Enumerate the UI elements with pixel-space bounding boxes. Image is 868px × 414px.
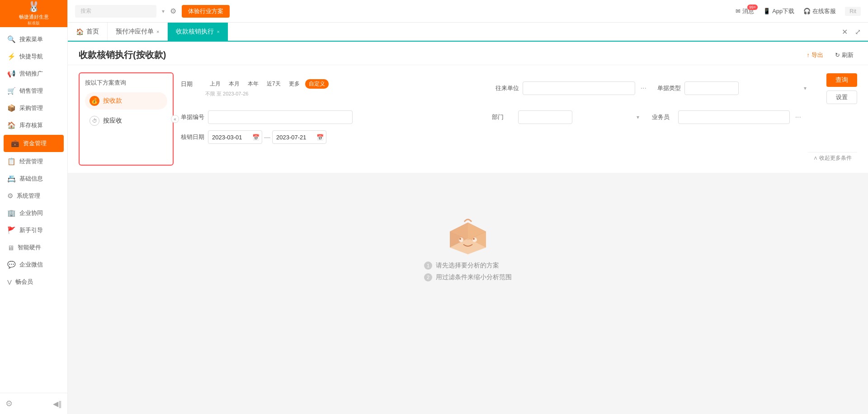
- topbar-gear-icon[interactable]: ⚙: [170, 7, 176, 15]
- sidebar-label-vip: 畅会员: [15, 278, 33, 286]
- sidebar-menu: 🔍 搜索菜单 ⚡ 快捷导航 📢 营销推广 🛒 销售管理 📦 采购管理 🏠 库存核…: [0, 27, 67, 393]
- collapse-sidebar-btn[interactable]: ◀‖: [53, 400, 62, 408]
- sidebar-item-funds[interactable]: 💼 资金管理: [4, 135, 64, 152]
- sidebar: 🐰 畅捷通好生意 标准版 🔍 搜索菜单 ⚡ 快捷导航 📢 营销推广 🛒 销售管理…: [0, 0, 68, 414]
- query-button[interactable]: 查询: [826, 73, 857, 87]
- date-btn-custom[interactable]: 自定义: [305, 79, 329, 89]
- receivable-option-label: 按应收: [103, 117, 122, 125]
- settings-button[interactable]: 设置: [826, 90, 857, 104]
- sidebar-label-guide: 新手引导: [19, 226, 43, 234]
- tab-receipt-close[interactable]: ×: [217, 29, 219, 34]
- tab-prepay-label: 预付冲应付单: [116, 28, 154, 36]
- partner-label: 往来单位: [495, 84, 519, 92]
- collapse-more-btn[interactable]: ∧ 收起更多条件: [808, 152, 857, 164]
- sidebar-item-wechat[interactable]: 💬 企业微信: [0, 256, 67, 273]
- filter-actions: 查询 设置: [826, 72, 857, 104]
- date-btn-this-year[interactable]: 本年: [245, 79, 261, 89]
- filter-option-receivable[interactable]: ⏱ 按应收: [85, 112, 167, 129]
- message-button[interactable]: ✉ 消息 99+: [736, 7, 754, 15]
- sidebar-item-quick[interactable]: ⚡ 快捷导航: [0, 48, 67, 65]
- staff-dots-btn[interactable]: ···: [793, 113, 803, 121]
- filter-row-1: 日期 上月 本月 本年 近7天 更多 自定义 不限 至 2: [181, 72, 857, 104]
- tab-close-all-btn[interactable]: ✕: [840, 26, 849, 38]
- tab-home-label: 首页: [86, 28, 99, 36]
- sidebar-label-hardware: 智能硬件: [18, 243, 41, 252]
- logo-text: 畅捷通好生意: [19, 14, 49, 20]
- mobile-icon: 📱: [763, 8, 770, 14]
- sidebar-item-search[interactable]: 🔍 搜索菜单: [0, 31, 67, 48]
- topbar-search-text: 搜索: [80, 7, 91, 15]
- app-logo: 🐰 畅捷通好生意 标准版: [0, 0, 67, 27]
- tab-home[interactable]: 🏠 首页: [68, 23, 108, 41]
- export-icon: ↑: [807, 52, 810, 58]
- sidebar-item-sales[interactable]: 🛒 销售管理: [0, 82, 67, 100]
- doc-type-field: 单据类型: [657, 81, 810, 95]
- verify-date-start-wrap: 📅: [208, 130, 262, 144]
- app-download-button[interactable]: 📱 App下载: [763, 7, 794, 15]
- hardware-icon: 🖥: [7, 244, 14, 252]
- solution-button[interactable]: 体验行业方案: [182, 5, 230, 18]
- svg-point-4: [472, 238, 477, 242]
- filter-option-receipt[interactable]: 💰 按收款: [85, 92, 167, 109]
- receipt-option-icon: 💰: [90, 96, 99, 106]
- sidebar-label-base: 基础信息: [19, 175, 43, 183]
- empty-step1-text: 请先选择要分析的方案: [436, 262, 499, 270]
- sidebar-item-marketing[interactable]: 📢 营销推广: [0, 65, 67, 82]
- date-btn-this-month[interactable]: 本月: [226, 79, 242, 89]
- dept-label: 部门: [492, 113, 514, 121]
- empty-step-1: 1 请先选择要分析的方案: [424, 262, 512, 270]
- staff-input[interactable]: [678, 110, 790, 124]
- partner-dots-btn[interactable]: ···: [639, 84, 648, 92]
- calendar-end-icon[interactable]: 📅: [316, 134, 324, 141]
- verify-date-field: 核销日期 📅 — 📅: [181, 130, 483, 144]
- filter-form: 日期 上月 本月 本年 近7天 更多 自定义 不限 至 2: [181, 72, 857, 166]
- tab-prepay[interactable]: 预付冲应付单 ×: [108, 23, 168, 41]
- online-service-button[interactable]: 🎧 在线客服: [803, 7, 836, 15]
- empty-step-2: 2 用过滤条件来缩小分析范围: [424, 273, 512, 281]
- dept-select[interactable]: [518, 110, 572, 124]
- svg-point-5: [459, 238, 461, 240]
- filter-collapse-btn[interactable]: «: [171, 115, 179, 123]
- empty-svg: [441, 209, 495, 254]
- date-btn-7days[interactable]: 近7天: [264, 79, 283, 89]
- date-range-dash: —: [264, 133, 270, 141]
- date-btn-more[interactable]: 更多: [286, 79, 302, 89]
- calendar-start-icon[interactable]: 📅: [252, 134, 259, 141]
- tabbar: 🏠 首页 预付冲应付单 × 收款核销执行 × ✕ ⤢: [68, 23, 868, 42]
- tab-prepay-close[interactable]: ×: [156, 29, 159, 34]
- sidebar-item-cooperation[interactable]: 🏢 企业协同: [0, 205, 67, 222]
- doc-type-select[interactable]: [684, 81, 739, 95]
- sidebar-item-hardware[interactable]: 🖥 智能硬件: [0, 239, 67, 256]
- doc-no-label: 单据编号: [181, 113, 204, 121]
- app-download-label: App下载: [772, 7, 794, 15]
- tab-expand-btn[interactable]: ⤢: [853, 26, 863, 38]
- sidebar-item-guide[interactable]: 🚩 新手引导: [0, 222, 67, 239]
- filter-left-panel: 按以下方案查询 💰 按收款 ⏱ 按应收 «: [79, 72, 174, 166]
- sidebar-item-base[interactable]: 📇 基础信息: [0, 170, 67, 187]
- empty-texts: 1 请先选择要分析的方案 2 用过滤条件来缩小分析范围: [424, 262, 512, 281]
- export-button[interactable]: ↑ 导出: [803, 49, 827, 61]
- user-name[interactable]: Rit: [845, 7, 861, 16]
- doc-no-input[interactable]: [208, 110, 353, 124]
- filter-row-2: 单据编号 部门 业务员: [181, 110, 857, 124]
- tab-receipt[interactable]: 收款核销执行 ×: [168, 23, 228, 41]
- topbar-chevron-icon[interactable]: ▾: [162, 8, 165, 14]
- sidebar-item-operations[interactable]: 📋 经营管理: [0, 153, 67, 170]
- sidebar-item-inventory[interactable]: 🏠 库存核算: [0, 117, 67, 134]
- verify-date-label: 核销日期: [181, 133, 204, 141]
- partner-input[interactable]: [523, 81, 635, 95]
- sidebar-label-wechat: 企业微信: [19, 261, 43, 269]
- step-num-1: 1: [424, 262, 432, 270]
- dept-field: 部门: [492, 110, 643, 124]
- sidebar-item-vip[interactable]: V 畅会员: [0, 273, 67, 290]
- sidebar-label-funds: 资金管理: [23, 139, 47, 148]
- date-btn-last-month[interactable]: 上月: [207, 79, 223, 89]
- refresh-button[interactable]: ↻ 刷新: [831, 49, 857, 61]
- sidebar-item-purchase[interactable]: 📦 采购管理: [0, 100, 67, 117]
- receipt-option-label: 按收款: [103, 97, 122, 105]
- message-badge: 99+: [747, 5, 758, 10]
- refresh-icon: ↻: [835, 52, 840, 58]
- doc-type-label: 单据类型: [657, 84, 681, 92]
- settings-icon[interactable]: ⚙: [5, 399, 13, 409]
- sidebar-item-system[interactable]: ⚙ 系统管理: [0, 187, 67, 205]
